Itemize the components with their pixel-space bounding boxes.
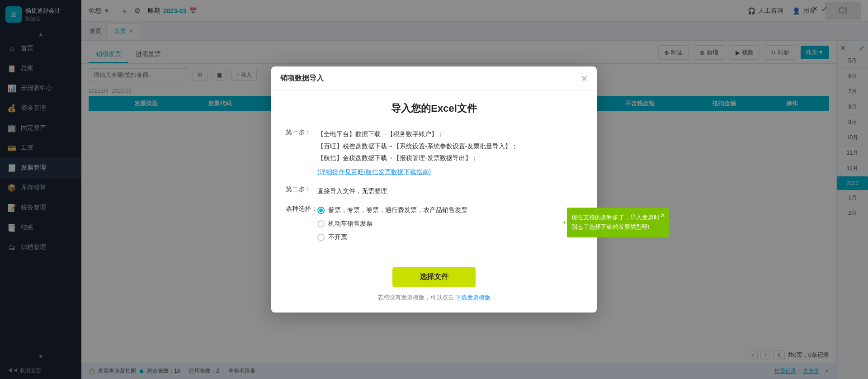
modal-close-btn[interactable]: ✕ [581, 75, 588, 83]
modal-header: 销项数据导入 ✕ [271, 66, 597, 91]
radio-motor-circle [317, 220, 325, 227]
select-file-btn[interactable]: 选择文件 [392, 267, 476, 287]
radio-none-circle [317, 234, 325, 241]
modal: 销项数据导入 ✕ 导入您的Excel文件 第一步： 【全电平台】数据下载→【税务… [271, 66, 597, 313]
modal-body: 导入您的Excel文件 第一步： 【全电平台】数据下载→【税务数字账户】； 【百… [271, 91, 597, 260]
step1-guide-link[interactable]: (详细操作见百旺/航信发票数据下载指南) [317, 168, 431, 175]
radio-none[interactable]: 不开票 [317, 233, 467, 242]
step2-content: 直接导入文件，无需整理 [317, 185, 582, 197]
tooltip-bar [565, 208, 567, 237]
step1-row: 第一步： 【全电平台】数据下载→【税务数字账户】； 【百旺】税控盘数据下载→【系… [286, 128, 582, 178]
modal-title: 销项数据导入 [280, 74, 324, 83]
modal-footer: 选择文件 若您没有发票模版，可以点击 下载发票模版 [271, 260, 597, 313]
tooltip-text: 现在支持的票种多了，导入发票时别忘了选择正确的发票类型呀! [571, 214, 660, 230]
step2-row: 第二步： 直接导入文件，无需整理 [286, 185, 582, 197]
radio-motor[interactable]: 机动车销售发票 [317, 220, 467, 228]
step1-line-3: 【航信】金税盘数据下载→【报税管理-发票数据导出】； [317, 152, 582, 164]
step1-label: 第一步： [286, 128, 317, 178]
radio-row: 票种选择： 普票，专票，卷票，通行费发票，农产品销售发票 机动车销售发票 [286, 204, 582, 242]
modal-overlay: 销项数据导入 ✕ 导入您的Excel文件 第一步： 【全电平台】数据下载→【税务… [0, 0, 868, 379]
step1-content: 【全电平台】数据下载→【税务数字账户】； 【百旺】税控盘数据下载→【系统设置-系… [317, 128, 582, 178]
modal-main-title: 导入您的Excel文件 [286, 102, 582, 115]
download-template-link[interactable]: 下载发票模版 [455, 294, 491, 301]
radio-label: 票种选择： [286, 204, 317, 242]
tooltip-close-btn[interactable]: ✕ [660, 210, 665, 220]
step2-label: 第二步： [286, 185, 317, 197]
radio-normal[interactable]: 普票，专票，卷票，通行费发票，农产品销售发票 [317, 206, 467, 214]
radio-normal-circle [317, 207, 325, 214]
radio-group: 普票，专票，卷票，通行费发票，农产品销售发票 机动车销售发票 不开票 [317, 206, 467, 242]
tooltip-popup: ✕ 现在支持的票种多了，导入发票时别忘了选择正确的发票类型呀! [565, 208, 669, 237]
modal-footer-note: 若您没有发票模版，可以点击 下载发票模版 [286, 294, 582, 302]
step1-line-1: 【全电平台】数据下载→【税务数字账户】； [317, 128, 582, 140]
step1-line-2: 【百旺】税控盘数据下载→【系统设置-系统参数设置-发票批量导入】； [317, 140, 582, 152]
